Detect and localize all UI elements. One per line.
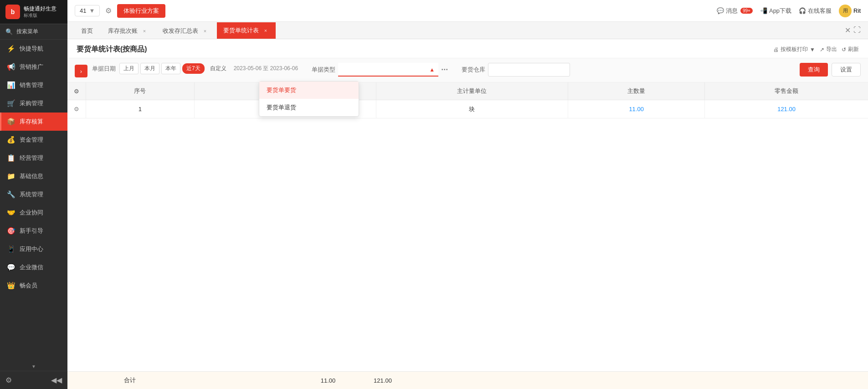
date-btn-this-year[interactable]: 本年: [161, 63, 180, 74]
industry-solution-button[interactable]: 体验行业方案: [117, 4, 165, 18]
user-name: Rit: [853, 7, 861, 14]
sidebar-item-label: 营销推广: [20, 63, 43, 71]
query-button[interactable]: 查询: [800, 63, 828, 77]
filter-action-buttons: 查询 设置: [800, 63, 861, 77]
sales-icon: 📊: [7, 81, 15, 89]
tab-inventory-batch[interactable]: 库存批次账 ×: [102, 22, 154, 39]
page-actions: 🖨 按模板打印 ▼ ↗ 导出 ↺ 刷新: [773, 46, 859, 53]
sidebar-item-app-center[interactable]: 📱 应用中心: [0, 240, 67, 258]
sidebar-item-guide[interactable]: 🎯 新手引导: [0, 222, 67, 240]
tab-home[interactable]: 首页: [75, 22, 100, 39]
app-name: 畅捷通好生意: [24, 5, 56, 13]
dropdown-item-order-goods[interactable]: 要货单要货: [259, 82, 359, 99]
table-header-row: ⚙ 序号 商品 主计量单位 主数量 零售金额: [67, 82, 868, 100]
download-label: App下载: [769, 7, 791, 15]
type-dropdown-menu: 要货单要货 要货单退货: [259, 81, 359, 117]
sidebar-item-marketing[interactable]: 📢 营销推广: [0, 58, 67, 76]
date-btn-last-month[interactable]: 上月: [119, 63, 139, 74]
selector-chevron-icon: ▼: [89, 7, 95, 14]
sidebar-item-sales[interactable]: 📊 销售管理: [0, 76, 67, 94]
sidebar-item-operations[interactable]: 📋 经营管理: [0, 149, 67, 167]
footer-quantity-cell: 11.00: [301, 377, 355, 384]
tab-close-shipment-summary[interactable]: ×: [202, 28, 208, 34]
sidebar-item-membership[interactable]: 👑 畅会员: [0, 276, 67, 295]
col-quantity: 主数量: [568, 82, 705, 100]
service-icon: 🎧: [799, 7, 806, 14]
setting-button[interactable]: 设置: [832, 63, 861, 77]
app-download-button[interactable]: 📲 App下载: [760, 7, 791, 15]
sidebar: b 畅捷通好生意 标准版 🔍 搜索菜单 ⚡ 快捷导航 📢 营销推广 📊 销售管理…: [0, 0, 67, 389]
type-select-input[interactable]: [338, 63, 438, 77]
message-button[interactable]: 💬 消息 99+: [717, 7, 753, 15]
topbar-gear-icon[interactable]: ⚙: [105, 6, 112, 15]
page-title: 要货单统计表(按商品): [77, 45, 147, 54]
settings-icon[interactable]: ⚙: [5, 376, 12, 384]
tab-close-order-stats[interactable]: ×: [262, 27, 269, 34]
sidebar-item-wechat[interactable]: 💬 企业微信: [0, 258, 67, 276]
sidebar-item-system[interactable]: 🔧 系统管理: [0, 185, 67, 204]
tab-shipment-summary[interactable]: 收发存汇总表 ×: [156, 22, 215, 39]
sidebar-item-label: 快捷导航: [20, 45, 43, 53]
col-settings: ⚙: [67, 82, 86, 100]
collapse-icon[interactable]: ◀◀: [51, 376, 62, 384]
sidebar-item-inventory[interactable]: 📦 库存核算: [0, 113, 67, 131]
dropdown-item-order-return[interactable]: 要货单退货: [259, 99, 359, 116]
warehouse-input[interactable]: [488, 63, 570, 77]
quantity-link[interactable]: 11.00: [629, 106, 644, 113]
sidebar-item-quick-nav[interactable]: ⚡ 快捷导航: [0, 40, 67, 58]
sidebar-item-base-info[interactable]: 📁 基础信息: [0, 167, 67, 185]
sidebar-logo: b 畅捷通好生意 标准版: [0, 0, 67, 24]
company-value: 41: [80, 7, 86, 14]
type-select-wrapper: ▲: [338, 63, 438, 77]
company-selector[interactable]: 41 ▼: [75, 5, 100, 16]
finance-icon: 💰: [7, 136, 15, 144]
page-header: 要货单统计表(按商品) 🖨 按模板打印 ▼ ↗ 导出 ↺ 刷新: [67, 39, 868, 58]
search-label: 搜索菜单: [16, 28, 38, 36]
refresh-button[interactable]: ↺ 刷新: [842, 46, 859, 53]
topbar-right: 💬 消息 99+ 📲 App下载 🎧 在线客服 用 Rit: [717, 5, 861, 17]
col-no: 序号: [86, 82, 195, 100]
type-more-button[interactable]: ···: [441, 65, 448, 75]
search-icon: 🔍: [5, 28, 13, 35]
tab-order-stats[interactable]: 要货单统计表 ×: [217, 22, 276, 39]
refresh-label: 刷新: [848, 46, 859, 53]
tab-close-inventory-batch[interactable]: ×: [141, 28, 148, 34]
online-service-button[interactable]: 🎧 在线客服: [799, 7, 832, 15]
export-button[interactable]: ↗ 导出: [820, 46, 837, 53]
tab-close-all-button[interactable]: ✕: [845, 26, 851, 35]
print-template-button[interactable]: 🖨 按模板打印 ▼: [773, 46, 815, 53]
sidebar-item-label: 资金管理: [20, 136, 43, 144]
operations-icon: 📋: [7, 154, 15, 162]
tab-expand-button[interactable]: ⛶: [853, 26, 861, 35]
tab-home-label: 首页: [81, 27, 93, 35]
date-btn-custom[interactable]: 自定义: [206, 63, 230, 74]
sidebar-search[interactable]: 🔍 搜索菜单: [0, 24, 67, 40]
tab-end-controls: ✕ ⛶: [845, 26, 861, 35]
row-quantity-cell: 11.00: [568, 100, 705, 118]
warehouse-filter-group: 要货仓库: [462, 63, 570, 77]
sidebar-item-label: 畅会员: [20, 282, 37, 290]
amount-link[interactable]: 121.00: [777, 106, 796, 113]
topbar-left: 41 ▼ ⚙ 体验行业方案: [75, 4, 165, 18]
filter-expand-button[interactable]: ›: [75, 65, 87, 77]
app-center-icon: 📱: [7, 245, 15, 253]
sidebar-scroll-down[interactable]: ▼: [0, 362, 67, 371]
sidebar-item-enterprise[interactable]: 🤝 企业协同: [0, 204, 67, 222]
message-badge: 99+: [740, 8, 753, 14]
sidebar-item-purchase[interactable]: 🛒 采购管理: [0, 94, 67, 113]
date-btn-this-month[interactable]: 本月: [140, 63, 159, 74]
tab-inventory-batch-label: 库存批次账: [108, 27, 138, 35]
app-version: 标准版: [24, 12, 56, 19]
message-icon: 💬: [717, 7, 724, 14]
date-btn-recent-7days[interactable]: 近7天: [182, 63, 205, 74]
print-label: 按模板打印: [781, 46, 808, 53]
type-filter-group: 单据类型 ▲ ···: [312, 63, 448, 77]
table-settings-icon[interactable]: ⚙: [74, 88, 79, 95]
guide-icon: 🎯: [7, 227, 15, 235]
dropdown-item-order-goods-label: 要货单要货: [267, 87, 296, 93]
export-label: 导出: [826, 46, 837, 53]
sidebar-item-finance[interactable]: 💰 资金管理: [0, 131, 67, 149]
user-avatar[interactable]: 用 Rit: [839, 5, 861, 17]
date-range-display: 2023-05-06 至 2023-06-06: [234, 65, 298, 72]
row-gear-icon[interactable]: ⚙: [74, 106, 79, 113]
